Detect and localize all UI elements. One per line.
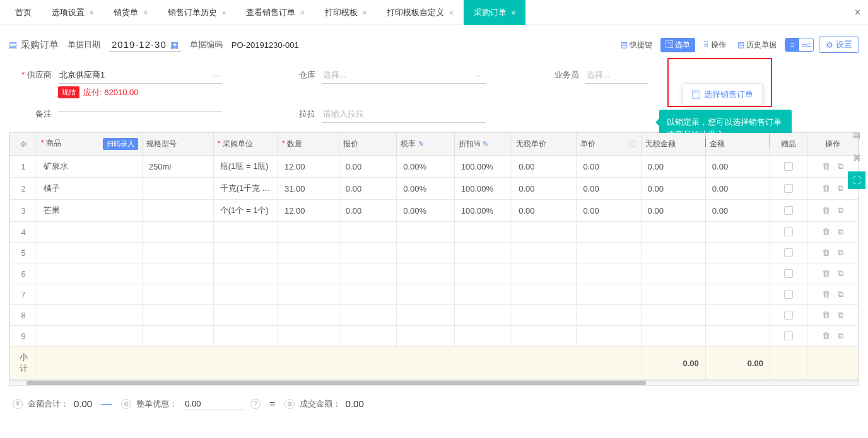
close-icon[interactable]: × — [143, 9, 147, 16]
select-sales-order-dropdown[interactable]: ⿹ 选择销售订单 — [683, 83, 763, 106]
operate-button[interactable]: ⠿操作 — [700, 38, 729, 52]
edit-icon[interactable]: ✎ — [418, 140, 424, 147]
discount-input[interactable]: 0.00 — [182, 398, 245, 410]
copy-icon[interactable]: ⧉ — [838, 331, 843, 341]
tab-options[interactable]: 选项设置× — [42, 0, 103, 25]
delete-icon[interactable]: 🗑 — [822, 161, 830, 171]
col-amount-notax: 无税金额 — [641, 133, 705, 156]
calendar-icon: ▦ — [170, 40, 179, 50]
more-icon[interactable]: ··· — [212, 71, 221, 80]
scan-badge[interactable]: 扫码录入 — [103, 138, 138, 150]
close-all-icon[interactable]: × — [855, 7, 860, 18]
col-price: 单价ⓘ — [577, 133, 641, 156]
close-icon[interactable]: × — [300, 9, 304, 16]
doc-code: PO-20191230-001 — [232, 40, 299, 50]
tab-print-custom[interactable]: 打印模板自定义× — [377, 0, 463, 25]
table-row[interactable]: 7 🗑⧉ — [10, 284, 859, 305]
gift-checkbox[interactable] — [784, 162, 793, 171]
col-product: 商品扫码录入 — [37, 133, 143, 156]
tab-sales-history[interactable]: 销售订单历史× — [158, 0, 236, 25]
tab-print-template[interactable]: 打印模板× — [315, 0, 377, 25]
gift-checkbox[interactable] — [784, 248, 793, 257]
copy-icon[interactable]: ⧉ — [838, 227, 843, 237]
table-row[interactable]: 6 🗑⧉ — [10, 263, 859, 284]
link-icon[interactable]: ⌘ — [848, 149, 865, 166]
delete-icon[interactable]: 🗑 — [822, 289, 830, 299]
salesperson-input[interactable]: 选择... — [585, 67, 648, 84]
shortcut-button[interactable]: ▤快捷键 — [618, 38, 655, 52]
gift-checkbox[interactable] — [784, 290, 793, 299]
note-icon[interactable]: ▤ — [848, 126, 865, 144]
copy-icon[interactable]: ⧉ — [838, 310, 843, 320]
copy-icon[interactable]: ⧉ — [838, 289, 843, 299]
gift-checkbox[interactable] — [784, 206, 793, 215]
header-actions: ▤快捷键 ⿹选单 ⠿操作 ▤历史单据 ≡ ▭≡ ⚙设置 — [618, 37, 859, 53]
supplier-input[interactable]: 北京供应商1 ··· — [58, 67, 222, 84]
tab-home[interactable]: 首页 — [5, 0, 42, 25]
view-list-button[interactable]: ≡ — [785, 38, 799, 51]
delete-icon[interactable]: 🗑 — [822, 205, 830, 216]
view-card-button[interactable]: ▭≡ — [799, 38, 813, 51]
col-unit: 采购单位 — [213, 133, 278, 156]
lala-label: 拉拉 — [285, 106, 315, 120]
table-row[interactable]: 8 🗑⧉ — [10, 305, 859, 326]
gift-checkbox[interactable] — [784, 269, 793, 278]
delete-icon[interactable]: 🗑 — [822, 310, 830, 320]
currency-icon: ¥ — [13, 399, 23, 409]
copy-icon[interactable]: ⧉ — [838, 183, 843, 193]
lala-input[interactable]: 请输入拉拉 — [322, 106, 486, 123]
salesperson-label: 业务员 — [549, 67, 579, 81]
edit-icon[interactable]: ✎ — [483, 140, 488, 147]
table-row[interactable]: 9 🗑⧉ — [10, 326, 859, 347]
tab-sales-bill[interactable]: 销货单× — [103, 0, 157, 25]
close-icon[interactable]: × — [222, 9, 226, 16]
horizontal-scrollbar[interactable] — [9, 380, 859, 385]
col-qty: 数量 — [278, 133, 339, 156]
table-row[interactable]: 3 芒果 个(1个 = 1个) 12.00 0.00 0.00% 100.00%… — [10, 200, 859, 222]
equals-icon: = — [266, 398, 279, 410]
copy-icon[interactable]: ⧉ — [838, 205, 843, 216]
gift-checkbox[interactable] — [784, 228, 793, 236]
gear-icon: ⚙ — [826, 40, 833, 50]
grid: ⚙ 商品扫码录入 规格型号 采购单位 数量 报价 税率✎ 折扣%✎ 无税单价 单… — [9, 132, 859, 386]
col-gift: 赠品 — [770, 133, 807, 156]
tab-view-sales-order[interactable]: 查看销售订单× — [236, 0, 314, 25]
table-row[interactable]: 1 矿泉水 250ml 瓶(1瓶 = 1瓶) 12.00 0.00 0.00% … — [10, 156, 859, 178]
settings-button[interactable]: ⚙设置 — [819, 37, 859, 53]
copy-icon[interactable]: ⧉ — [838, 268, 843, 279]
table-row[interactable]: 5 🗑⧉ — [10, 243, 859, 263]
close-icon[interactable]: × — [512, 9, 515, 16]
col-settings[interactable]: ⚙ — [10, 133, 37, 156]
totals-row: ¥ 金额合计： 0.00 — ⊘ 整单优惠： 0.00 ? = ⊛ 成交金额： … — [9, 386, 859, 422]
close-icon[interactable]: × — [90, 9, 93, 16]
tab-purchase-order[interactable]: 采购订单× — [464, 0, 525, 25]
select-icon: ⿹ — [692, 90, 700, 100]
close-icon[interactable]: × — [449, 9, 453, 16]
close-icon[interactable]: × — [363, 9, 367, 16]
copy-icon[interactable]: ⧉ — [838, 161, 843, 171]
delete-icon[interactable]: 🗑 — [822, 227, 830, 237]
remark-input[interactable] — [58, 106, 222, 112]
gift-checkbox[interactable] — [784, 311, 793, 320]
date-input[interactable]: 2019-12-30 ▦ — [109, 38, 181, 52]
history-button[interactable]: ▤历史单据 — [734, 38, 780, 52]
info-icon[interactable]: ⓘ — [630, 139, 637, 149]
col-spec: 规格型号 — [142, 133, 213, 156]
gift-checkbox[interactable] — [784, 184, 793, 193]
help-icon[interactable]: ? — [250, 399, 261, 409]
expand-icon[interactable]: ⛶ — [848, 171, 865, 189]
table-row[interactable]: 2 橘子 千克(1千克 ... 31.00 0.00 0.00% 100.00%… — [10, 178, 859, 200]
table-row[interactable]: 4 🗑⧉ — [10, 222, 859, 243]
delete-icon[interactable]: 🗑 — [822, 268, 830, 279]
delete-icon[interactable]: 🗑 — [822, 331, 830, 341]
more-icon[interactable]: ··· — [476, 71, 484, 80]
delete-icon[interactable]: 🗑 — [822, 183, 830, 193]
warehouse-input[interactable]: 选择... ··· — [322, 67, 486, 84]
supplier-label: 供应商 — [21, 67, 52, 81]
subtotal-row: 小计 0.00 0.00 — [10, 347, 859, 380]
deal-icon: ⊛ — [284, 399, 295, 409]
delete-icon[interactable]: 🗑 — [822, 248, 830, 258]
copy-icon[interactable]: ⧉ — [838, 248, 843, 258]
select-order-button[interactable]: ⿹选单 — [660, 38, 695, 52]
gift-checkbox[interactable] — [784, 331, 793, 340]
